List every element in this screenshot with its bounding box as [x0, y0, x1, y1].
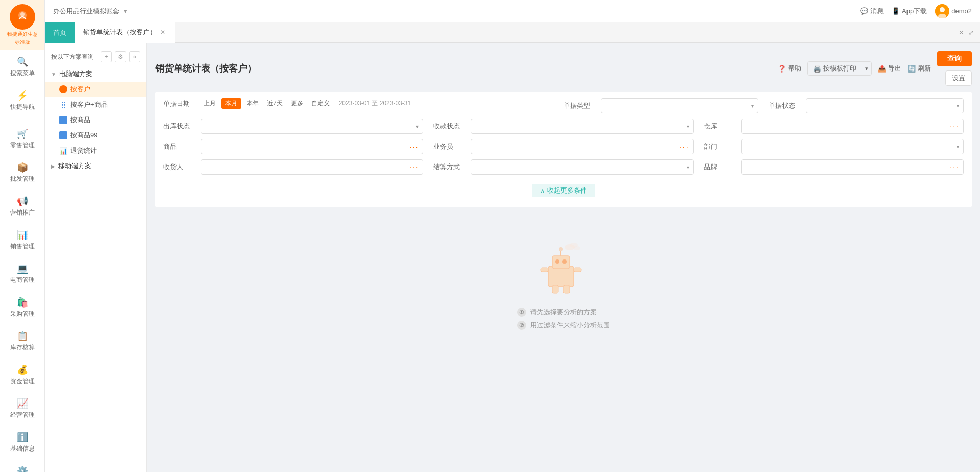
svg-point-8	[562, 259, 567, 264]
print-btn[interactable]: 🖨️ 按模板打印 ▾	[807, 61, 872, 76]
collapse-btn[interactable]: ∧ 收起更多条件	[532, 184, 595, 197]
collapse-panel-btn[interactable]: «	[129, 51, 140, 62]
sidebar-item-ecommerce[interactable]: 💻 电商管理	[0, 257, 44, 291]
dept-select[interactable]: ▾	[741, 139, 964, 154]
tab-home[interactable]: 首页	[45, 22, 75, 43]
consignee-label: 收货人	[163, 162, 197, 172]
sidebar-item-finance[interactable]: 💰 资金管理	[0, 358, 44, 392]
basic-icon: ℹ️	[17, 432, 28, 443]
sidebar-item-operation[interactable]: 📈 经营管理	[0, 392, 44, 426]
date-tab-this-month[interactable]: 本月	[221, 98, 241, 109]
sidebar-item-basic[interactable]: ℹ️ 基础信息	[0, 426, 44, 459]
plan-item-by-customer-product[interactable]: ⣿ 按客户+商品	[45, 97, 146, 112]
doc-type-label: 单据类型	[564, 101, 597, 110]
export-btn[interactable]: 📤 导出	[878, 64, 901, 73]
breadcrumb-dropdown-icon[interactable]: ▾	[124, 7, 127, 15]
message-icon: 💬	[860, 7, 868, 15]
plan-item-by-customer[interactable]: 按客户	[45, 82, 146, 97]
sidebar-item-retail[interactable]: 🛒 零售管理	[0, 122, 44, 156]
empty-tip-2: ② 用过滤条件来缩小分析范围	[517, 321, 610, 330]
print-btn-main[interactable]: 🖨️ 按模板打印	[808, 62, 862, 75]
setting-button[interactable]: 设置	[945, 70, 972, 86]
plan-group-mobile-header[interactable]: ▶ 移动端方案	[45, 158, 146, 174]
empty-tips: ① 请先选择要分析的方案 ② 用过滤条件来缩小分析范围	[517, 308, 610, 334]
plan-group-desktop: ▼ 电脑端方案 按客户 ⣿ 按客户+商品 按商品 按商品99	[45, 66, 146, 158]
window-maximize-icon[interactable]: ⤢	[968, 29, 974, 36]
plan-group-desktop-header[interactable]: ▼ 电脑端方案	[45, 66, 146, 82]
sidebar-item-label: 搜索菜单	[10, 69, 35, 78]
plan-item-return-stats[interactable]: 📊 退货统计	[45, 143, 146, 158]
settings-plan-btn[interactable]: ⚙	[115, 51, 126, 62]
plan-item-icon-p99	[59, 131, 67, 139]
add-plan-btn[interactable]: +	[101, 51, 112, 62]
plan-item-label: 退货统计	[70, 146, 97, 155]
salesman-input[interactable]: ···	[471, 139, 693, 154]
sidebar-item-inventory[interactable]: 📋 库存核算	[0, 324, 44, 358]
doc-type-arrow-icon: ▾	[751, 103, 754, 109]
sidebar-item-search[interactable]: 🔍 搜索菜单	[0, 50, 44, 84]
consignee-input[interactable]: ···	[201, 159, 423, 175]
retail-icon: 🛒	[17, 128, 28, 139]
filter-section: 单据日期 上月 本月 本年 近7天 更多 自定义 2023-03-01 至 20…	[155, 92, 972, 207]
user-menu[interactable]: demo2	[935, 4, 972, 18]
help-btn[interactable]: ❓ 帮助	[778, 64, 801, 73]
filter-out-status: 出库状态 ▾	[163, 119, 423, 134]
svg-rect-5	[548, 266, 574, 287]
settlement-select[interactable]: ▾	[471, 159, 693, 175]
purchase-icon: 🛍️	[17, 297, 28, 308]
sidebar-item-sales[interactable]: 📊 销售管理	[0, 223, 44, 257]
plan-item-label: 按客户	[70, 85, 90, 94]
sidebar-item-wholesale[interactable]: 📦 批发管理	[0, 156, 44, 190]
app-download-btn[interactable]: 📱 App下载	[892, 7, 927, 16]
filter-doc-status: 单据状态 ▾	[769, 98, 964, 113]
query-button[interactable]: 查询	[937, 51, 972, 66]
filter-date: 单据日期 上月 本月 本年 近7天 更多 自定义 2023-03-01 至 20…	[163, 98, 553, 109]
receipt-status-select[interactable]: ▾	[471, 119, 693, 134]
tab-close-icon[interactable]: ✕	[159, 28, 166, 37]
dept-label: 部门	[704, 142, 737, 151]
sidebar-item-label: 营销推广	[10, 208, 35, 217]
sidebar-item-marketing[interactable]: 📢 营销推广	[0, 190, 44, 223]
filter-product: 商品 ···	[163, 139, 423, 154]
receipt-status-arrow-icon: ▾	[687, 124, 689, 129]
warehouse-dots-icon: ···	[950, 122, 959, 130]
sales-stat-tab-label: 销货单统计表（按客户）	[83, 28, 156, 37]
svg-rect-6	[552, 256, 570, 269]
sidebar-item-label: 零售管理	[10, 141, 35, 150]
filter-receipt-status: 收款状态 ▾	[433, 119, 693, 134]
date-tab-last-month[interactable]: 上月	[201, 98, 219, 109]
window-close-icon[interactable]: ✕	[959, 29, 964, 36]
product-input[interactable]: ···	[201, 139, 423, 154]
plan-item-icon-cp: ⣿	[59, 101, 67, 109]
message-btn[interactable]: 💬 消息	[860, 7, 884, 16]
plan-item-by-product[interactable]: 按商品	[45, 112, 146, 128]
date-tab-last7[interactable]: 近7天	[264, 98, 286, 109]
date-tab-more[interactable]: 更多	[288, 98, 306, 109]
tip-num-2: ②	[517, 321, 526, 330]
page-actions: ❓ 帮助 🖨️ 按模板打印 ▾ 📤 导出	[778, 51, 972, 86]
left-panel-title: 按以下方案查询	[51, 53, 94, 61]
search-icon: 🔍	[17, 56, 28, 67]
sidebar-item-system[interactable]: ⚙️ 系统管理	[0, 459, 44, 472]
expand-icon: ▼	[51, 72, 56, 77]
out-status-select[interactable]: ▾	[201, 119, 423, 134]
tab-sales-stat[interactable]: 销货单统计表（按客户） ✕	[75, 22, 175, 43]
date-tab-this-year[interactable]: 本年	[243, 98, 262, 109]
date-tab-custom[interactable]: 自定义	[308, 98, 333, 109]
filter-row-4: 收货人 ··· 结算方式 ▾ 品牌	[163, 159, 964, 175]
doc-status-select[interactable]: ▾	[806, 98, 964, 113]
plan-item-by-product99[interactable]: 按商品99	[45, 128, 146, 143]
print-arrow[interactable]: ▾	[862, 63, 871, 74]
sidebar-item-purchase[interactable]: 🛍️ 采购管理	[0, 291, 44, 324]
sidebar-divider-1	[9, 120, 35, 120]
plan-item-label: 按商品	[70, 115, 90, 125]
filter-settlement: 结算方式 ▾	[433, 159, 693, 175]
refresh-btn[interactable]: 🔄 刷新	[908, 64, 931, 73]
brand-input[interactable]: ···	[741, 159, 964, 175]
sidebar-item-quick-nav[interactable]: ⚡ 快捷导航	[0, 84, 44, 117]
marketing-icon: 📢	[17, 196, 28, 207]
filter-doc-type: 单据类型 ▾	[564, 98, 758, 113]
tab-bar: 首页 销货单统计表（按客户） ✕ ✕ ⤢	[45, 22, 980, 43]
doc-type-select[interactable]: ▾	[601, 98, 758, 113]
warehouse-input[interactable]: ···	[741, 119, 964, 134]
